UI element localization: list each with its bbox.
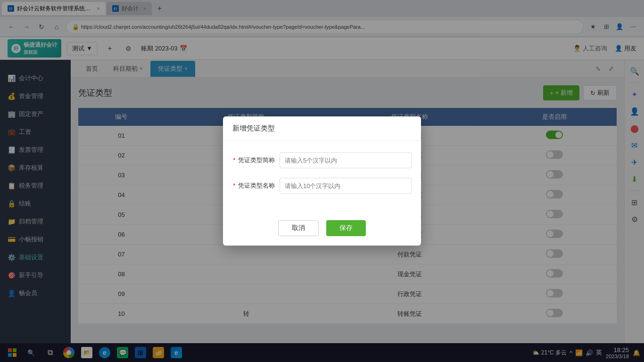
modal-title: 新增凭证类型 [232,124,275,132]
modal-body: * 凭证类型简称 * 凭证类型名称 [223,141,421,214]
save-button[interactable]: 保存 [326,220,366,236]
abbr-label: * 凭证类型简称 [232,156,275,165]
abbr-input[interactable] [280,152,412,168]
add-voucher-type-modal: 新增凭证类型 * 凭证类型简称 * 凭证类型名称 取消 保存 [223,116,421,246]
name-label: * 凭证类型名称 [232,181,275,190]
modal-footer: 取消 保存 [223,214,421,246]
name-form-row: * 凭证类型名称 [232,178,412,194]
cancel-button[interactable]: 取消 [278,220,319,236]
modal-overlay: 新增凭证类型 * 凭证类型简称 * 凭证类型名称 取消 保存 [0,0,644,362]
required-mark: * [233,156,235,164]
required-mark-2: * [233,182,235,189]
name-input[interactable] [280,178,412,194]
abbr-form-row: * 凭证类型简称 [232,152,412,168]
modal-header: 新增凭证类型 [223,116,421,141]
